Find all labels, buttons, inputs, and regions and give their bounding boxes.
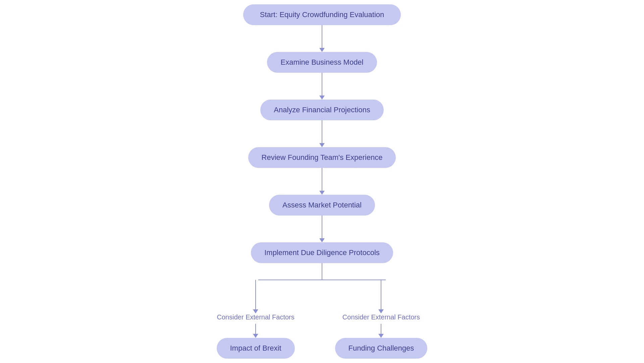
branch-sub-line-left [255,324,256,334]
branch-arrow-right [378,309,384,313]
split-container [238,263,406,280]
node-examine: Examine Business Model [267,52,377,73]
node-start: Start: Equity Crowdfunding Evaluation [243,4,401,25]
branch-arrow-left [253,309,258,313]
split-horizontal-line [258,280,386,280]
branch-connector-right [378,280,384,313]
node-assess: Assess Market Potential [269,195,375,216]
node-analyze: Analyze Financial Projections [260,100,383,120]
connector-line-1 [322,25,322,48]
connector-arrow-4 [319,191,325,195]
connector-4 [319,168,325,195]
node-implement: Implement Due Diligence Protocols [251,242,393,263]
connector-line-3 [322,120,322,143]
branch-sub-arrow-left [253,334,258,338]
connector-2 [319,73,325,100]
node-funding-label: Funding Challenges [348,344,414,352]
connector-arrow-1 [319,48,325,52]
node-implement-label: Implement Due Diligence Protocols [264,248,380,257]
node-funding: Funding Challenges [335,338,428,359]
connector-line-4 [322,168,322,191]
node-analyze-label: Analyze Financial Projections [274,106,370,114]
connector-3 [319,120,325,147]
node-brexit: Impact of Brexit [217,338,295,359]
split-vertical-line [322,263,322,280]
branch-sub-arrow-right [378,334,384,338]
branch-label-right: Consider External Factors [342,313,420,321]
branch-connector-left [253,280,258,313]
branch-funding: Consider External Factors Funding Challe… [335,280,428,359]
connector-arrow-5 [319,238,325,242]
branch-row: Consider External Factors Impact of Brex… [217,280,428,359]
flowchart: Start: Equity Crowdfunding Evaluation Ex… [217,0,428,363]
node-review: Review Founding Team's Experience [248,147,396,168]
node-start-label: Start: Equity Crowdfunding Evaluation [260,10,384,19]
node-review-label: Review Founding Team's Experience [262,153,383,162]
branch-line-right [381,280,381,309]
branch-label-left: Consider External Factors [217,313,294,321]
node-assess-label: Assess Market Potential [282,201,362,209]
connector-5 [319,216,325,242]
node-examine-label: Examine Business Model [280,58,363,66]
connector-line-5 [322,216,322,238]
node-brexit-label: Impact of Brexit [230,344,281,352]
branch-line-left [255,280,256,309]
connector-line-2 [322,73,322,96]
branch-sub-line-right [381,324,381,334]
branch-brexit: Consider External Factors Impact of Brex… [217,280,295,359]
connector-1 [319,25,325,52]
connector-arrow-3 [319,143,325,147]
connector-arrow-2 [319,96,325,100]
